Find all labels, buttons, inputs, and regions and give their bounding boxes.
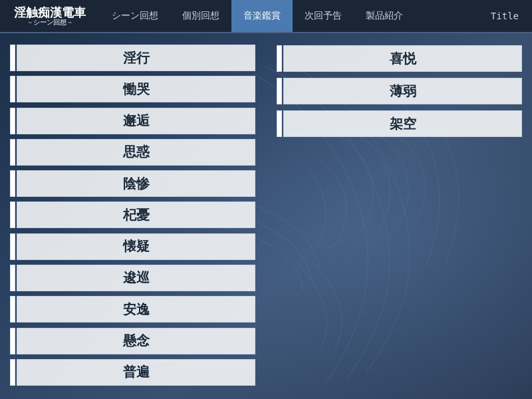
track-label: 陰惨	[17, 170, 255, 197]
track-item-4[interactable]: 思惑	[10, 138, 255, 167]
track-indicator	[10, 76, 15, 102]
track-item-11[interactable]: 普遍	[10, 358, 255, 387]
app-title: 淫触痴漢電車 －シーン回想－	[0, 6, 100, 27]
navbar: 淫触痴漢電車 －シーン回想－ シーン回想 個別回想 音楽鑑賞 次回予告 製品紹介…	[0, 0, 532, 33]
track-item-9[interactable]: 安逸	[10, 295, 255, 324]
track-indicator	[277, 110, 282, 137]
track-label: 懸念	[17, 328, 255, 354]
track-indicator	[10, 170, 15, 197]
main-content: 淫行慟哭邂逅思惑陰惨杞憂懐疑逡巡安逸懸念普遍 喜悦薄弱架空	[0, 33, 532, 399]
track-item-14[interactable]: 架空	[277, 108, 522, 139]
track-label: 慟哭	[17, 76, 255, 102]
track-label: 逡巡	[17, 265, 255, 291]
nav-product-intro[interactable]: 製品紹介	[354, 0, 415, 32]
nav-scene-replay[interactable]: シーン回想	[100, 0, 170, 32]
track-item-8[interactable]: 逡巡	[10, 263, 255, 293]
track-item-6[interactable]: 杞憂	[10, 200, 255, 229]
nav-items: シーン回想 個別回想 音楽鑑賞 次回予告 製品紹介	[100, 0, 491, 32]
track-indicator	[277, 78, 282, 104]
track-indicator	[10, 265, 15, 291]
nav-music[interactable]: 音楽鑑賞	[231, 0, 293, 32]
track-label: 安逸	[17, 296, 255, 323]
track-column-right: 喜悦薄弱架空	[277, 43, 522, 389]
title-button[interactable]: Title	[491, 11, 532, 21]
track-item-3[interactable]: 邂逅	[10, 106, 255, 136]
track-indicator	[10, 296, 15, 323]
track-indicator	[10, 359, 15, 386]
track-label: 架空	[283, 110, 522, 137]
track-column-left: 淫行慟哭邂逅思惑陰惨杞憂懐疑逡巡安逸懸念普遍	[10, 43, 255, 389]
track-label: 思惑	[17, 139, 255, 166]
track-indicator	[277, 45, 282, 72]
column-divider	[262, 43, 270, 389]
track-indicator	[10, 233, 15, 260]
track-label: 懐疑	[17, 233, 255, 260]
nav-next-preview[interactable]: 次回予告	[293, 0, 354, 32]
track-label: 邂逅	[17, 108, 255, 134]
track-item-7[interactable]: 懐疑	[10, 232, 255, 261]
track-label: 杞憂	[17, 201, 255, 228]
track-item-12[interactable]: 喜悦	[277, 43, 522, 74]
track-item-13[interactable]: 薄弱	[277, 76, 522, 106]
track-indicator	[10, 201, 15, 228]
track-item-10[interactable]: 懸念	[10, 326, 255, 355]
track-item-1[interactable]: 淫行	[10, 43, 255, 72]
track-indicator	[10, 328, 15, 354]
track-label: 淫行	[17, 45, 255, 71]
track-indicator	[10, 108, 15, 134]
track-label: 普遍	[17, 359, 255, 386]
nav-individual-replay[interactable]: 個別回想	[170, 0, 231, 32]
track-item-5[interactable]: 陰惨	[10, 169, 255, 198]
track-item-2[interactable]: 慟哭	[10, 74, 255, 104]
track-indicator	[10, 139, 15, 166]
track-label: 薄弱	[283, 78, 522, 104]
track-indicator	[10, 45, 15, 71]
track-label: 喜悦	[283, 45, 522, 72]
